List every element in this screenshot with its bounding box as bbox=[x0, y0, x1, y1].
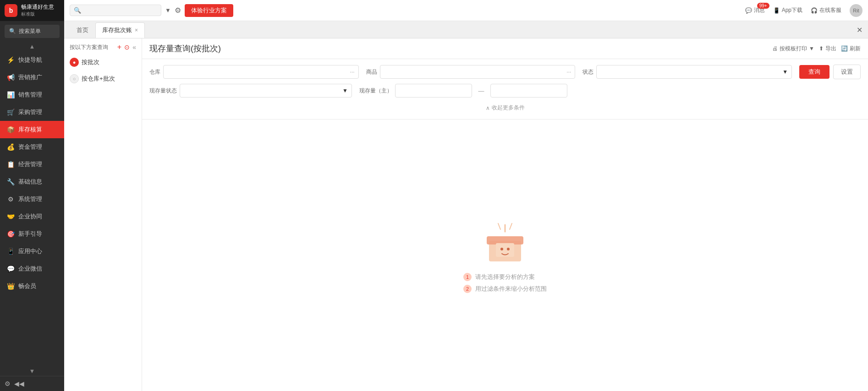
app-download-button[interactable]: 📱 App下载 bbox=[773, 6, 802, 14]
sidebar-item-enterprise[interactable]: 🤝 企业协同 bbox=[0, 208, 64, 225]
tip-1-text: 请先选择要分析的方案 bbox=[475, 273, 535, 281]
sidebar-item-purchase[interactable]: 🛒 采购管理 bbox=[0, 103, 64, 121]
stock-status-label: 现存量状态 bbox=[149, 87, 177, 95]
basic-info-icon: 🔧 bbox=[6, 178, 15, 186]
filter-row-1: 仓库 ··· 商品 ··· 状态 bbox=[149, 65, 861, 79]
sidebar-item-label: 库存核算 bbox=[18, 125, 42, 134]
stock-qty-from-input[interactable] bbox=[395, 84, 472, 98]
query-button[interactable]: 查询 bbox=[799, 65, 830, 79]
collapse-sidebar-icon[interactable]: ◀◀ bbox=[14, 380, 24, 387]
status-select[interactable]: ▼ bbox=[596, 65, 792, 79]
marketing-icon: 📢 bbox=[6, 73, 15, 81]
topbar-search-box[interactable]: 🔍 bbox=[70, 5, 161, 16]
finance-icon: 💰 bbox=[6, 143, 15, 151]
action-buttons-inline: 查询 设置 bbox=[799, 65, 861, 79]
svg-line-6 bbox=[498, 223, 500, 229]
sidebar-scroll-up[interactable]: ▲ bbox=[0, 42, 64, 51]
collapse-panel-icon[interactable]: « bbox=[132, 43, 136, 51]
message-button[interactable]: 💬 消息 99+ bbox=[745, 6, 765, 14]
app-info: 畅康通好生意 标准版 bbox=[21, 4, 54, 17]
sidebar-item-label: 经营管理 bbox=[18, 160, 42, 168]
svg-line-7 bbox=[510, 223, 512, 229]
topbar: 🔍 ▼ ⚙ 体验行业方案 💬 消息 99+ 📱 App下载 🎧 在线客服 R bbox=[64, 0, 868, 21]
sidebar-item-label: 系统管理 bbox=[18, 195, 42, 203]
stock-qty-label: 现存量（主） bbox=[359, 87, 392, 95]
settings-bottom-icon[interactable]: ⚙ bbox=[5, 380, 11, 387]
tab-inventory-batch[interactable]: 库存批次账 × bbox=[95, 22, 145, 38]
topbar-icons: 💬 消息 99+ 📱 App下载 🎧 在线客服 Rit bbox=[745, 4, 863, 17]
sidebar-item-basic-info[interactable]: 🔧 基础信息 bbox=[0, 173, 64, 190]
trial-button[interactable]: 体验行业方案 bbox=[185, 4, 233, 17]
sidebar-item-system[interactable]: ⚙ 系统管理 bbox=[0, 190, 64, 208]
message-icon: 💬 bbox=[745, 7, 752, 14]
plan-item-warehouse-batch[interactable]: ○ 按仓库+批次 bbox=[64, 71, 142, 87]
sidebar-item-operations[interactable]: 📋 经营管理 bbox=[0, 156, 64, 173]
stock-qty-to-input[interactable] bbox=[490, 84, 567, 98]
filter-stock-status: 现存量状态 ▼ bbox=[149, 84, 352, 98]
product-more-icon[interactable]: ··· bbox=[566, 69, 571, 75]
sidebar-item-label: 基础信息 bbox=[18, 178, 42, 186]
print-dropdown-icon[interactable]: ▼ bbox=[809, 45, 814, 52]
tab-home[interactable]: 首页 bbox=[70, 22, 95, 38]
app-center-icon: 📱 bbox=[6, 247, 15, 255]
export-icon: ⬆ bbox=[819, 45, 824, 52]
filter-area: 仓库 ··· 商品 ··· 状态 bbox=[142, 59, 868, 119]
plan-item-label: 按仓库+批次 bbox=[82, 75, 115, 83]
sidebar-item-marketing[interactable]: 📢 营销推广 bbox=[0, 69, 64, 86]
sidebar-item-member[interactable]: 👑 畅会员 bbox=[0, 277, 64, 295]
stock-status-dropdown-icon: ▼ bbox=[342, 87, 348, 94]
filter-stock-qty: 现存量（主） — bbox=[359, 84, 567, 98]
search-topbar-input[interactable] bbox=[83, 7, 152, 14]
refresh-button[interactable]: 🔄 刷新 bbox=[841, 45, 861, 53]
empty-tips: 1 请先选择要分析的方案 2 用过滤条件来缩小分析范围 bbox=[463, 273, 547, 293]
left-panel: 按以下方案查询 + ⊙ « ● 按批次 ○ 按仓库+批次 bbox=[64, 38, 142, 391]
collapse-up-icon: ∧ bbox=[486, 105, 490, 111]
product-input-wrap[interactable]: ··· bbox=[380, 65, 576, 79]
topbar-dropdown-icon[interactable]: ▼ bbox=[165, 7, 171, 14]
tip-2-num: 2 bbox=[463, 285, 472, 293]
stock-status-select[interactable]: ▼ bbox=[180, 84, 352, 98]
search-icon: 🔍 bbox=[9, 28, 16, 34]
warehouse-input[interactable] bbox=[167, 69, 348, 75]
sidebar-search-area: 🔍 搜索菜单 bbox=[0, 21, 64, 42]
search-menu-label: 搜索菜单 bbox=[19, 27, 41, 35]
sidebar-nav: ⚡ 快捷导航 📢 营销推广 📊 销售管理 🛒 采购管理 📦 库存核算 💰 资金管… bbox=[0, 51, 64, 366]
plan-item-batch[interactable]: ● 按批次 bbox=[64, 54, 142, 71]
print-template-button[interactable]: 🖨 按模板打印 ▼ bbox=[772, 45, 814, 53]
settings-topbar-icon[interactable]: ⚙ bbox=[175, 6, 181, 15]
main-area: 🔍 ▼ ⚙ 体验行业方案 💬 消息 99+ 📱 App下载 🎧 在线客服 R bbox=[64, 0, 868, 391]
warehouse-input-wrap[interactable]: ··· bbox=[163, 65, 359, 79]
quick-nav-icon: ⚡ bbox=[6, 56, 15, 64]
sidebar-item-quick-nav[interactable]: ⚡ 快捷导航 bbox=[0, 51, 64, 69]
sidebar-item-inventory[interactable]: 📦 库存核算 bbox=[0, 121, 64, 138]
plan-settings-icon[interactable]: ⊙ bbox=[124, 43, 130, 51]
operations-icon: 📋 bbox=[6, 160, 15, 168]
tabs-bar: 首页 库存批次账 × ✕ bbox=[64, 21, 868, 38]
filter-status: 状态 ▼ bbox=[582, 65, 792, 79]
plan-item-label: 按批次 bbox=[82, 58, 99, 66]
export-button[interactable]: ⬆ 导出 bbox=[819, 45, 836, 53]
sidebar-item-label: 营销推广 bbox=[18, 73, 42, 81]
sidebar-item-guide[interactable]: 🎯 新手引导 bbox=[0, 225, 64, 243]
sidebar-item-wechat[interactable]: 💬 企业微信 bbox=[0, 260, 64, 277]
warehouse-more-icon[interactable]: ··· bbox=[350, 69, 355, 75]
online-service-button[interactable]: 🎧 在线客服 bbox=[811, 6, 841, 14]
tab-close-button[interactable]: × bbox=[135, 27, 138, 33]
add-plan-button[interactable]: + bbox=[117, 43, 121, 51]
product-input[interactable] bbox=[384, 69, 565, 75]
close-all-tabs-button[interactable]: ✕ bbox=[857, 25, 863, 34]
search-menu-button[interactable]: 🔍 搜索菜单 bbox=[5, 25, 60, 38]
filter-product: 商品 ··· bbox=[366, 65, 576, 79]
sidebar-header[interactable]: b 畅康通好生意 标准版 bbox=[0, 0, 64, 21]
right-panel: 现存量查询(按批次) 🖨 按模板打印 ▼ ⬆ 导出 🔄 bbox=[142, 38, 868, 391]
avatar: Rit bbox=[850, 4, 863, 17]
table-settings-button[interactable]: 设置 bbox=[833, 65, 861, 79]
sidebar-scroll-down[interactable]: ▼ bbox=[0, 366, 64, 376]
sidebar-item-sales[interactable]: 📊 销售管理 bbox=[0, 86, 64, 103]
sidebar-item-finance[interactable]: 💰 资金管理 bbox=[0, 138, 64, 156]
user-avatar-button[interactable]: Rit bbox=[850, 4, 863, 17]
sidebar-item-app-center[interactable]: 📱 应用中心 bbox=[0, 243, 64, 260]
page-title-row: 现存量查询(按批次) 🖨 按模板打印 ▼ ⬆ 导出 🔄 bbox=[149, 43, 861, 59]
collapse-more-conditions[interactable]: ∧ 收起更多条件 bbox=[149, 102, 861, 114]
wechat-icon: 💬 bbox=[6, 265, 15, 273]
